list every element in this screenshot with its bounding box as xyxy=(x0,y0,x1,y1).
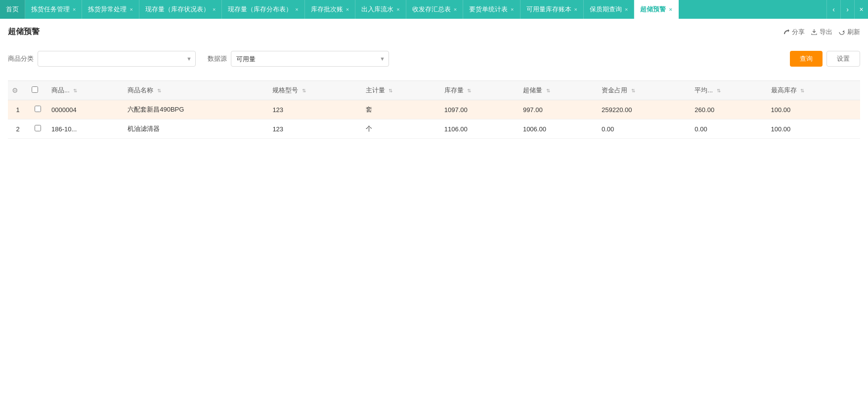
table-header-overstock-label: 超储量 xyxy=(523,86,542,94)
nav-item-home[interactable]: 首页 xyxy=(0,0,25,19)
row-spec-0: 123 xyxy=(268,100,361,119)
export-icon xyxy=(811,29,818,36)
nav-item-stock-status[interactable]: 现存量（库存状况表） × xyxy=(139,0,222,19)
refresh-label: 刷新 xyxy=(847,28,860,37)
table-header-spec-label: 规格型号 xyxy=(272,86,298,94)
row-checkbox-input-0[interactable] xyxy=(35,106,41,112)
nav-item-stock-dist[interactable]: 现存量（库存分布表） × xyxy=(222,0,304,19)
nav-item-summary-close[interactable]: × xyxy=(454,6,457,12)
table-header-capital[interactable]: 资金占用 ⇅ xyxy=(598,81,691,100)
query-button[interactable]: 查询 xyxy=(790,51,823,67)
table-header-code-label: 商品... xyxy=(51,86,70,94)
row-checkbox-1[interactable] xyxy=(28,119,47,139)
nav-arrows: ‹ › × xyxy=(826,0,868,19)
table-header-unit-label: 主计量 xyxy=(366,86,385,94)
nav-item-batch-label: 库存批次账 xyxy=(311,5,343,14)
row-code-1: 186-10... xyxy=(47,119,124,139)
table-header-stock-label: 库存量 xyxy=(444,86,464,94)
nav-item-flow-label: 出入库流水 xyxy=(361,5,393,14)
nav-item-home-label: 首页 xyxy=(6,5,19,14)
nav-item-task[interactable]: 拣货任务管理 × xyxy=(25,0,82,19)
row-checkbox-0[interactable] xyxy=(28,100,47,119)
table-header-overstock[interactable]: 超储量 ⇅ xyxy=(519,81,598,100)
row-unit-0: 套 xyxy=(362,100,440,119)
nav-item-batch[interactable]: 库存批次账 × xyxy=(305,0,355,19)
nav-item-expiry[interactable]: 保质期查询 × xyxy=(584,0,634,19)
row-name-0: 六配套新昌490BPG xyxy=(124,100,268,119)
nav-item-requisition[interactable]: 要货单统计表 × xyxy=(463,0,520,19)
table-header-avg-label: 平均... xyxy=(694,86,713,94)
sort-icon-spec: ⇅ xyxy=(302,88,306,93)
nav-item-overstock[interactable]: 超储预警 × xyxy=(634,0,678,19)
row-checkbox-input-1[interactable] xyxy=(35,125,41,131)
row-num-1: 2 xyxy=(8,119,28,139)
nav-item-flow-close[interactable]: × xyxy=(396,6,399,12)
nav-item-flow[interactable]: 出入库流水 × xyxy=(355,0,406,19)
nav-item-exception[interactable]: 拣货异常处理 × xyxy=(82,0,139,19)
row-spec-1: 123 xyxy=(268,119,361,139)
nav-item-available-label: 可用量库存账本 xyxy=(526,5,571,14)
table-header-name-label: 商品名称 xyxy=(128,86,153,94)
nav-close-button[interactable]: × xyxy=(854,0,868,19)
nav-item-available-close[interactable]: × xyxy=(574,6,577,12)
nav-item-requisition-label: 要货单统计表 xyxy=(469,5,508,14)
export-button[interactable]: 导出 xyxy=(811,28,832,37)
nav-item-exception-close[interactable]: × xyxy=(130,6,132,12)
nav-item-overstock-label: 超储预警 xyxy=(640,5,666,14)
table-row: 1 0000004 六配套新昌490BPG 123 套 1097.00 997.… xyxy=(8,100,860,119)
table-header-checkbox[interactable] xyxy=(28,81,47,100)
table-header-gear[interactable]: ⚙ xyxy=(8,81,28,100)
nav-item-expiry-close[interactable]: × xyxy=(625,6,628,12)
refresh-button[interactable]: 刷新 xyxy=(838,28,860,37)
nav-prev-button[interactable]: ‹ xyxy=(826,0,840,19)
nav-item-task-close[interactable]: × xyxy=(73,6,76,12)
filter-actions: 查询 设置 xyxy=(790,51,860,67)
top-navigation[interactable]: 首页 拣货任务管理 × 拣货异常处理 × 现存量（库存状况表） × 现存量（库存… xyxy=(0,0,868,19)
nav-item-overstock-close[interactable]: × xyxy=(669,6,672,12)
header-actions: 分享 导出 刷新 xyxy=(783,28,860,37)
table-header-stock[interactable]: 库存量 ⇅ xyxy=(440,81,519,100)
sort-icon-code: ⇅ xyxy=(73,88,77,93)
table-header-code[interactable]: 商品... ⇅ xyxy=(47,81,124,100)
table-header-avg[interactable]: 平均... ⇅ xyxy=(691,81,767,100)
sort-icon-stock: ⇅ xyxy=(467,88,471,93)
table-header-max-stock[interactable]: 最高库存 ⇅ xyxy=(767,81,860,100)
row-capital-1: 0.00 xyxy=(598,119,691,139)
table-header-capital-label: 资金占用 xyxy=(602,86,627,94)
row-name-1: 机油滤清器 xyxy=(124,119,268,139)
sort-icon-name: ⇅ xyxy=(157,88,161,93)
table-header-spec[interactable]: 规格型号 ⇅ xyxy=(268,81,361,100)
row-unit-1: 个 xyxy=(362,119,440,139)
nav-item-stock-status-close[interactable]: × xyxy=(213,6,216,12)
nav-item-stock-dist-label: 现存量（库存分布表） xyxy=(228,5,292,14)
datasource-filter: 数据源 可用量 库存量 ▼ xyxy=(208,51,389,67)
gear-icon[interactable]: ⚙ xyxy=(12,86,20,94)
nav-item-stock-dist-close[interactable]: × xyxy=(295,6,298,12)
table-header-max-stock-label: 最高库存 xyxy=(771,86,797,94)
nav-item-task-label: 拣货任务管理 xyxy=(31,5,70,14)
datasource-select-wrapper: 可用量 库存量 ▼ xyxy=(231,51,389,67)
nav-item-batch-close[interactable]: × xyxy=(346,6,349,12)
row-max-stock-0: 100.00 xyxy=(767,100,860,119)
row-max-stock-1: 100.00 xyxy=(767,119,860,139)
row-overstock-0: 997.00 xyxy=(519,100,598,119)
nav-item-requisition-close[interactable]: × xyxy=(511,6,514,12)
row-code-0: 0000004 xyxy=(47,100,124,119)
select-all-checkbox[interactable] xyxy=(32,86,38,93)
table-header-unit[interactable]: 主计量 ⇅ xyxy=(362,81,440,100)
nav-next-button[interactable]: › xyxy=(840,0,854,19)
sort-icon-overstock: ⇅ xyxy=(546,88,550,93)
row-stock-0: 1097.00 xyxy=(440,100,519,119)
category-select[interactable] xyxy=(38,51,196,67)
nav-item-summary[interactable]: 收发存汇总表 × xyxy=(406,0,463,19)
row-num-0: 1 xyxy=(8,100,28,119)
share-button[interactable]: 分享 xyxy=(783,28,805,37)
table-header-name[interactable]: 商品名称 ⇅ xyxy=(124,81,268,100)
datasource-select[interactable]: 可用量 库存量 xyxy=(231,51,389,67)
row-avg-0: 260.00 xyxy=(691,100,767,119)
sort-icon-capital: ⇅ xyxy=(631,88,635,93)
row-overstock-1: 1006.00 xyxy=(519,119,598,139)
settings-button[interactable]: 设置 xyxy=(826,51,860,67)
category-label: 商品分类 xyxy=(8,54,34,63)
nav-item-available[interactable]: 可用量库存账本 × xyxy=(521,0,584,19)
